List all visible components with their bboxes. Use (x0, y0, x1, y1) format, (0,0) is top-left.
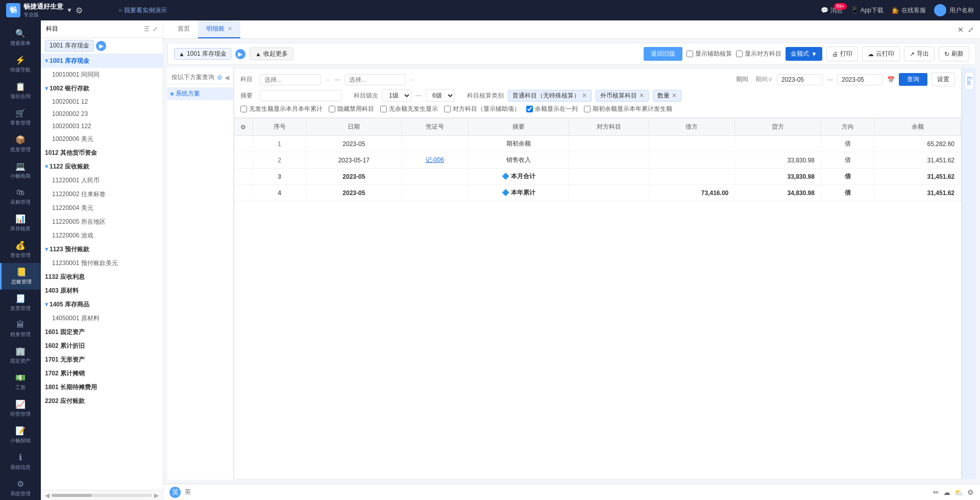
nav-item-tax[interactable]: 🏛 税务管理 (0, 316, 41, 342)
tree-item-1701[interactable]: 1701 无形资产 (41, 353, 163, 367)
tab-home[interactable]: 首页 (169, 20, 198, 38)
amount-format-btn[interactable]: 金额式 ▼ (786, 47, 822, 61)
tree-item-11220006[interactable]: 11220006 游戏 (41, 229, 163, 243)
expand-icon[interactable]: ⤢ (153, 26, 158, 33)
opt-show-ytd-input[interactable] (584, 106, 591, 112)
tree-item-1012[interactable]: 1012 其他货币资金 (41, 146, 163, 160)
period-end-input[interactable] (837, 74, 883, 85)
nav-item-report[interactable]: 📝 小畅报销 (0, 422, 41, 448)
refresh-btn[interactable]: ↻ 刷新 (939, 46, 969, 61)
tree-item-1405[interactable]: ▾1405 库存商品 (41, 298, 163, 312)
tree-item-10020003[interactable]: 10020003 122 (41, 120, 163, 132)
tree-item-1132[interactable]: 1132 应收利息 (41, 270, 163, 284)
bottom-cloud2-btn[interactable]: ⛅ (954, 488, 963, 496)
message-btn[interactable]: 💬 消息 99+ (821, 6, 843, 15)
nav-item-purchase[interactable]: 🛍 采购管理 (0, 184, 41, 210)
setting-btn[interactable]: 设置 (932, 73, 955, 86)
show-auxiliary-input[interactable] (687, 51, 693, 57)
tree-item-11220001[interactable]: 11220001 人民币 (41, 174, 163, 187)
opt-show-ytd[interactable]: 期初余额显示本年累计发生额 (584, 105, 672, 113)
nav-item-salary[interactable]: 💵 工资 (0, 369, 41, 395)
opt-no-balance[interactable]: 无余额无发生显示 (380, 105, 438, 113)
account-forward-btn[interactable]: ▶ (235, 49, 246, 59)
tree-item-11230001[interactable]: 11230001 预付账款美元 (41, 256, 163, 270)
tree-item-1122[interactable]: ▾1122 应收账款 (41, 160, 163, 174)
tree-item-10020001[interactable]: 10020001 12 (41, 96, 163, 108)
tree-item-1702[interactable]: 1702 累计摊销 (41, 367, 163, 380)
scroll-left-icon[interactable]: ◀ (45, 492, 50, 499)
tree-item-1002[interactable]: ▾1002 银行存款 (41, 82, 163, 96)
nav-item-finance[interactable]: 💰 资金管理 (0, 236, 41, 263)
tree-item-1801[interactable]: 1801 长期待摊费用 (41, 380, 163, 394)
opt-hide-disabled-input[interactable] (329, 106, 335, 112)
scroll-right-icon[interactable]: ▶ (154, 492, 159, 499)
bottom-cloud-btn[interactable]: ☁ (943, 488, 950, 496)
nav-item-accounting[interactable]: 📒 总账管理 (0, 263, 41, 290)
tree-item-10010001[interactable]: 10010001 同同同 (41, 68, 163, 82)
period-calendar-icon[interactable]: 📅 (887, 76, 895, 83)
level-start-select[interactable]: 1级2级3级 (382, 89, 411, 102)
settings-btn[interactable]: ⚙ (76, 6, 83, 15)
show-opposite-checkbox[interactable]: 显示对方科目 (736, 50, 781, 58)
nav-item-retail[interactable]: 🛒 零售管理 (0, 104, 41, 131)
cloud-print-btn[interactable]: ☁ 云打印 (862, 46, 900, 61)
tree-item-1602[interactable]: 1602 累计折旧 (41, 339, 163, 353)
app-download-btn[interactable]: 📱 App下载 (851, 6, 884, 15)
nav-item-quick[interactable]: ⚡ 快捷导航 (0, 51, 41, 78)
app-dropdown-btn[interactable]: ▼ (66, 7, 72, 14)
right-panel-btn[interactable]: Eat (965, 72, 974, 90)
tree-item-1403[interactable]: 1403 原材料 (41, 284, 163, 298)
nav-item-basic[interactable]: ℹ 基础信息 (0, 448, 41, 475)
summary-input[interactable] (260, 90, 341, 101)
show-auxiliary-checkbox[interactable]: 显示辅助核算 (687, 50, 732, 58)
translate-circle-btn[interactable]: 英 (169, 487, 181, 498)
opt-no-balance-input[interactable] (380, 106, 387, 112)
opt-hide-disabled[interactable]: 隐藏禁用科目 (329, 105, 374, 113)
back-old-btn[interactable]: 退回旧版 (644, 47, 682, 61)
nav-item-inventory[interactable]: 📊 库存核算 (0, 210, 41, 236)
online-service-btn[interactable]: 💁 在线客服 (892, 6, 926, 15)
nav-item-invoice[interactable]: 🧾 发票管理 (0, 290, 41, 316)
type-tag-1-close[interactable]: ✕ (582, 92, 587, 99)
tree-item-11220005[interactable]: 11220005 所在地区 (41, 215, 163, 229)
scheme-collapse-icon[interactable]: ◀ (225, 74, 229, 81)
voucher-link[interactable]: 记-006 (426, 156, 444, 163)
nav-item-system[interactable]: ⚙ 系统管理 (0, 475, 41, 500)
tree-item-1123[interactable]: ▾1123 预付账款 (41, 243, 163, 256)
nav-item-operation[interactable]: 📈 经营管理 (0, 395, 41, 422)
opt-opposite[interactable]: 对方科目（显示辅助项） (444, 105, 520, 113)
nav-item-project[interactable]: 📋 项目合同 (0, 78, 41, 104)
query-btn[interactable]: 查询 (899, 73, 927, 86)
nav-item-wholesale[interactable]: 📦 批发管理 (0, 131, 41, 157)
opt-show-balance-col-input[interactable] (526, 106, 533, 112)
tabs-close-btn[interactable]: ✕ (958, 26, 964, 34)
opt-opposite-input[interactable] (444, 106, 451, 112)
tree-item-1001[interactable]: ▾1001 库存现金 (41, 54, 163, 68)
show-opposite-input[interactable] (736, 51, 743, 57)
subject-input-start[interactable] (260, 74, 321, 85)
level-end-select[interactable]: 6级4级5级 (426, 89, 455, 102)
scheme-item-system[interactable]: 系统方案 (167, 87, 233, 100)
export-btn[interactable]: ↗ 导出 (904, 46, 935, 61)
opt-no-occur-input[interactable] (240, 106, 247, 112)
tree-item-10020002[interactable]: 10020002 23 (41, 108, 163, 120)
print-btn[interactable]: 🖨 打印 (826, 46, 858, 61)
nav-item-search[interactable]: 🔍 搜索菜单 (0, 25, 41, 51)
bottom-edit-btn[interactable]: ✏ (933, 488, 939, 496)
demo-link[interactable]: ○ 我要看实例演示 (118, 6, 167, 15)
tree-item-14050001[interactable]: 14050001 原材料 (41, 312, 163, 325)
list-view-icon[interactable]: ☰ (144, 26, 150, 33)
more-btn[interactable]: ▲ 收起更多 (250, 47, 293, 60)
opt-show-balance-col[interactable]: 余额显示在一列 (526, 105, 578, 113)
tree-item-1601[interactable]: 1601 固定资产 (41, 325, 163, 339)
tree-item-11220004[interactable]: 11220004 美元 (41, 201, 163, 215)
period-start-input[interactable] (777, 74, 823, 85)
type-tag-2-close[interactable]: ✕ (639, 92, 644, 99)
tree-item-11220002[interactable]: 11220002 往来标签 (41, 187, 163, 201)
type-tag-3-close[interactable]: ✕ (672, 92, 677, 99)
nav-item-ecommerce[interactable]: 💻 小畅电商 (0, 157, 41, 184)
bottom-settings-btn[interactable]: ⚙ (967, 488, 974, 496)
scheme-settings-icon[interactable]: ⚙ (217, 74, 223, 81)
tab-detail[interactable]: 明细账 ✕ (198, 20, 240, 38)
col-settings[interactable]: ⚙ (234, 118, 253, 136)
